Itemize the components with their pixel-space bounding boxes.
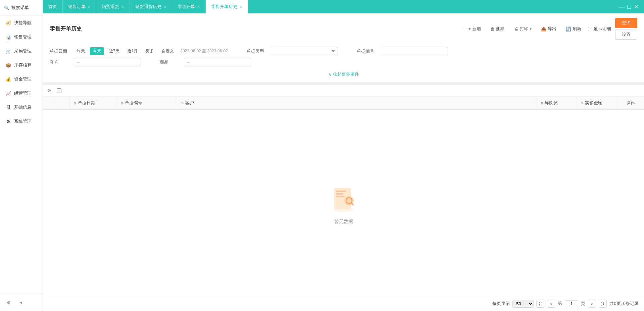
add-label: + 新增 (468, 26, 481, 32)
first-page-btn[interactable]: ⟨⟨ (536, 300, 544, 308)
quick-nav-icon: 🧭 (5, 20, 11, 26)
filter-row-customer: 客户 ··· 商品 ··· (50, 58, 637, 66)
sidebar-item-base-info[interactable]: 🗄 基础信息 (0, 100, 43, 114)
collapse-btn[interactable]: ◄ (16, 298, 26, 307)
display-detail-checkbox[interactable] (588, 27, 592, 31)
th-customer-label: 客户 (185, 100, 194, 106)
sidebar-item-label: 资金管理 (14, 76, 32, 82)
settings-button[interactable]: 设置 (615, 30, 637, 40)
tab-sales-return-history-close[interactable]: ✕ (163, 5, 166, 9)
th-actions: 操作 (617, 97, 644, 109)
table-header: ⇅ 单据日期 ⇅ 单据编号 ⇅ 客户 ⇅ 导购员 ⇅ 实销金额 操作 (43, 97, 644, 110)
th-guide-label: 导购员 (545, 100, 558, 106)
settings-bottom-btn[interactable]: ⚙ (4, 298, 13, 307)
sort-date-icon[interactable]: ⇅ (74, 101, 77, 105)
tab-sales-order-close[interactable]: ✕ (88, 5, 91, 9)
tab-sales-order[interactable]: 销售订单 ✕ (63, 0, 96, 13)
display-detail-text: 显示明细 (594, 26, 611, 32)
sidebar-search-label: 搜索采单 (11, 5, 29, 11)
table-container: ⚙ ⇅ 单据日期 ⇅ 单据编号 ⇅ 客户 ⇅ 导购员 (43, 85, 644, 296)
sort-guide-icon[interactable]: ⇅ (541, 101, 543, 105)
tab-sales-return[interactable]: 销货退货 ✕ (96, 0, 130, 13)
date-btn-7days[interactable]: 近7天 (106, 47, 122, 55)
sort-no-icon[interactable]: ⇅ (121, 101, 123, 105)
chevron-up-icon: ∧ (328, 72, 332, 77)
main-area: 首页 销售订单 ✕ 销货退货 ✕ 销货退货历史 ✕ 零售开单 ✕ 零售开单历史 … (43, 0, 644, 311)
page-label: 页 (581, 301, 585, 307)
date-label: 单据日期 (50, 48, 68, 54)
page-word: 第 (558, 301, 562, 307)
doc-no-label: 单据编号 (357, 48, 376, 54)
tab-minimize-btn[interactable]: — (618, 3, 625, 10)
goods-input[interactable]: ··· (184, 58, 251, 66)
customer-input[interactable]: ··· (74, 58, 141, 66)
query-button[interactable]: 查询 (615, 18, 637, 28)
delete-button[interactable]: 🗑 删除 (488, 24, 507, 33)
date-btn-custom[interactable]: 自定义 (159, 47, 177, 55)
page-input[interactable] (565, 300, 578, 307)
sidebar-item-purchase-mgmt[interactable]: 🛒 采购管理 (0, 44, 43, 58)
sidebar-item-label: 基础信息 (14, 104, 32, 110)
last-page-btn[interactable]: ⟩⟩ (599, 300, 607, 308)
add-button[interactable]: ＋ + 新增 (460, 24, 484, 33)
doc-no-input[interactable] (381, 47, 448, 55)
select-all-checkbox[interactable] (57, 88, 61, 93)
doc-type-select[interactable] (271, 47, 338, 55)
display-detail-label[interactable]: 显示明细 (588, 26, 611, 32)
date-btn-1month[interactable]: 近1月 (125, 47, 141, 55)
export-button[interactable]: 📤 导出 (538, 24, 559, 33)
sidebar-item-sys-mgmt[interactable]: ⚙ 系统管理 (0, 114, 43, 128)
sidebar-item-inventory[interactable]: 📦 库存核算 (0, 58, 43, 72)
sales-mgmt-icon: 📊 (5, 34, 11, 40)
sidebar-item-finance[interactable]: 💰 资金管理 (0, 72, 43, 86)
empty-text: 暂无数据 (334, 219, 353, 225)
filter-row-date: 单据日期 昨天 今天 近7天 近1月 更多 自定义 2023-06-02 至 2… (50, 47, 637, 55)
per-page-select[interactable]: 50 (512, 300, 534, 308)
tab-retail-history[interactable]: 零售开单历史 ✕ (206, 0, 248, 13)
th-no-label: 单据编号 (125, 100, 142, 106)
tab-home[interactable]: 首页 (43, 0, 63, 13)
base-info-icon: 🗄 (5, 104, 11, 110)
collapse-more-btn[interactable]: ∧ 收起更多条件 (50, 69, 637, 79)
tab-bar-right: — □ ✕ (618, 3, 644, 10)
sidebar-item-sales-mgmt[interactable]: 📊 销售管理 (0, 30, 43, 44)
print-button[interactable]: 🖨 打印 ▾ (511, 24, 534, 33)
tab-retail-history-close[interactable]: ✕ (239, 5, 242, 9)
ops-mgmt-icon: 📈 (5, 90, 11, 96)
sidebar: 🔍 搜索采单 🧭 快捷导航 📊 销售管理 🛒 采购管理 📦 库存核算 💰 资金管… (0, 0, 43, 311)
sidebar-item-quick-nav[interactable]: 🧭 快捷导航 (0, 16, 43, 30)
date-btn-more[interactable]: 更多 (143, 47, 157, 55)
doc-type-label: 单据类型 (247, 48, 265, 54)
table-settings-icon[interactable]: ⚙ (47, 88, 51, 94)
sort-amount-icon[interactable]: ⇅ (581, 101, 584, 105)
goods-dots: ··· (187, 60, 191, 65)
add-icon: ＋ (463, 26, 467, 32)
sidebar-item-label: 销售管理 (14, 34, 32, 40)
refresh-button[interactable]: 🔄 刷新 (563, 24, 584, 33)
date-btn-today[interactable]: 今天 (90, 47, 104, 55)
print-dropdown-icon: ▾ (530, 27, 532, 31)
next-page-btn[interactable]: ＞ (588, 300, 596, 308)
sys-mgmt-icon: ⚙ (5, 118, 11, 124)
tab-close-btn[interactable]: ✕ (634, 3, 639, 10)
sidebar-search[interactable]: 🔍 搜索采单 (0, 0, 43, 16)
export-label: 导出 (548, 26, 556, 32)
date-btn-yesterday[interactable]: 昨天 (74, 47, 88, 55)
sort-customer-icon[interactable]: ⇅ (181, 101, 184, 105)
date-range-text: 2023-06-02 至 2023-06-02 (180, 48, 228, 54)
refresh-icon: 🔄 (566, 27, 571, 32)
tab-retail-open-close[interactable]: ✕ (197, 5, 200, 9)
print-icon: 🖨 (514, 27, 518, 32)
prev-page-btn[interactable]: ＜ (547, 300, 555, 308)
tab-sales-return-close[interactable]: ✕ (121, 5, 124, 9)
svg-rect-3 (336, 193, 343, 195)
tab-sales-return-history[interactable]: 销货退货历史 ✕ (130, 0, 172, 13)
tab-maximize-btn[interactable]: □ (627, 3, 631, 10)
tab-retail-open[interactable]: 零售开单 ✕ (172, 0, 206, 13)
customer-dots: ··· (77, 60, 81, 65)
sidebar-bottom: ⚙ ◄ (0, 293, 43, 311)
svg-rect-4 (336, 196, 345, 197)
sidebar-item-label: 库存核算 (14, 62, 32, 68)
goods-label: 商品 (160, 59, 179, 65)
sidebar-item-ops-mgmt[interactable]: 📈 经营管理 (0, 86, 43, 100)
